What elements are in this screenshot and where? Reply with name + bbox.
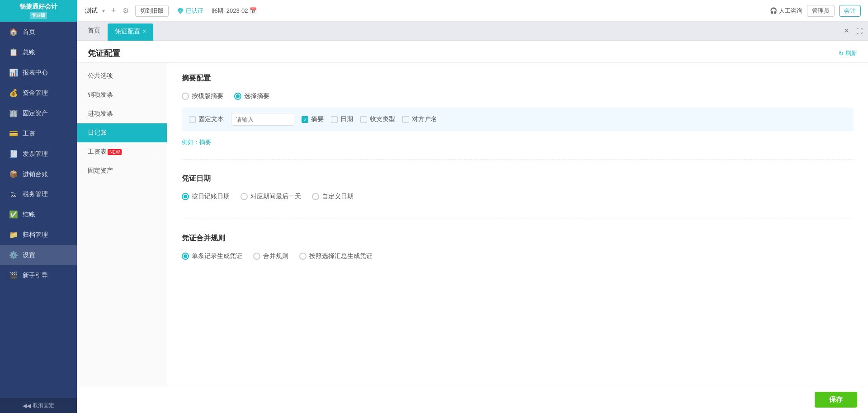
sidebar-item-archive[interactable]: 📁 归档管理 [0,225,77,245]
add-button[interactable]: + [111,6,116,15]
checkbox-box-counterpart [402,116,409,123]
radio-select-summary[interactable]: 选择摘要 [234,92,269,100]
radio-custom-date[interactable]: 自定义日期 [312,192,354,201]
menu-item-purchase-invoice[interactable]: 进项发票 [77,104,167,123]
tab-expand-button[interactable]: ⛶ [854,26,864,37]
checkbox-date[interactable]: 日期 [331,115,353,123]
checkbox-payment-type[interactable]: 收支类型 [360,115,395,123]
sidebar-item-invoice[interactable]: 🧾 发票管理 [0,144,77,164]
checkbox-box-summary: ✓ [302,116,308,123]
summary-radio-group: 按模版摘要 选择摘要 [182,92,854,100]
radio-circle-period-last [241,193,248,200]
summary-section: 摘要配置 按模版摘要 选择摘要 [182,74,854,160]
radio-journal-date[interactable]: 按日记账日期 [182,192,230,201]
certified-text: 已认证 [186,7,203,15]
radio-period-last-day[interactable]: 对应期间最后一天 [241,192,301,201]
purchase-sales-icon: 📦 [9,170,18,178]
admin-button[interactable]: 管理员 [807,5,835,17]
sidebar-item-label: 结账 [23,211,35,219]
save-button[interactable]: 保存 [815,392,857,408]
period: 账期 2023-02 📅 [212,7,257,15]
company-dropdown-icon[interactable]: ▾ [102,8,105,14]
sidebar-item-label: 首页 [23,28,35,36]
archive-icon: 📁 [9,230,18,239]
page-content: 凭证配置 ↻ 刷新 公共选项 销项发票 进项发票 [77,41,868,413]
page-body: 公共选项 销项发票 进项发票 日记账 工资表NEW ∨ [77,63,868,386]
radio-merge-rule[interactable]: 合并规则 [253,252,288,260]
sidebar-item-funds[interactable]: 💰 资金管理 [0,83,77,103]
sidebar-item-label: 工资 [23,130,35,138]
tab-voucher-config[interactable]: 凭证配置 × [108,23,153,41]
switch-old-button[interactable]: 切到旧版 [135,5,169,17]
sidebar-item-label: 发票管理 [23,150,48,158]
sidebar-item-purchase-sales[interactable]: 📦 进销台账 [0,164,77,184]
page-menu: 公共选项 销项发票 进项发票 日记账 工资表NEW ∨ [77,63,167,386]
page-header: 凭证配置 ↻ 刷新 [77,41,868,63]
radio-circle-custom-date [312,193,319,200]
new-badge: NEW [108,149,122,155]
sidebar-item-assets[interactable]: 🏢 固定资产 [0,103,77,123]
company-name: 测试 [85,7,98,15]
reports-icon: 📊 [9,68,18,77]
radio-circle-journal-date [182,193,189,200]
logo-sub: 专业版 [30,12,47,19]
close-books-icon: ✅ [9,210,18,219]
tab-home[interactable]: 首页 [80,22,108,41]
payroll-icon: 💳 [9,129,18,138]
ledger-icon: 📋 [9,48,18,56]
sidebar-item-reports[interactable]: 📊 报表中心 [0,62,77,83]
sidebar-item-label: 设置 [23,251,35,259]
cancel-fixed-button[interactable]: ◀◀ 取消固定 [0,398,77,413]
sidebar: 🏠 首页 📋 总账 📊 报表中心 💰 资金管理 🏢 固定资产 💳 工资 🧾 发票… [0,22,77,413]
checkbox-summary[interactable]: ✓ 摘要 [302,115,324,123]
summary-section-title: 摘要配置 [182,74,854,83]
sidebar-item-home[interactable]: 🏠 首页 [0,22,77,42]
menu-item-sales-invoice[interactable]: 销项发票 [77,85,167,104]
refresh-label: 刷新 [845,49,857,57]
example-text: 例如：摘要 [182,136,854,148]
chevron-right-icon: ∨ [153,150,156,155]
svg-text:✓: ✓ [179,9,182,13]
sidebar-item-ledger[interactable]: 📋 总账 [0,42,77,62]
menu-item-payroll-table[interactable]: 工资表NEW ∨ [77,142,167,161]
radio-circle-merge [253,253,260,260]
accountant-button[interactable]: 会计 [839,5,861,17]
voucher-date-section: 凭证日期 按日记账日期 对应期间最后一天 [182,174,854,219]
tab-close-button[interactable]: × [842,24,851,38]
merge-rule-title: 凭证合并规则 [182,234,854,243]
merge-rule-radio-group: 单条记录生成凭证 合并规则 按照选择汇总生成凭证 [182,252,854,260]
settings-gear-icon: ⚙️ [9,251,18,259]
tab-bar-actions: × ⛶ [842,24,864,38]
checkbox-counterpart-name[interactable]: 对方户名 [402,115,437,123]
menu-item-public[interactable]: 公共选项 [77,66,167,85]
logo: 畅捷通好会计 专业版 [0,0,77,22]
tab-bar: 首页 凭证配置 × × ⛶ [77,22,868,41]
shield-icon: ✓ [177,7,184,14]
certified-badge: ✓ 已认证 [177,7,203,15]
radio-single-voucher[interactable]: 单条记录生成凭证 [182,252,242,260]
cancel-fixed-label: 取消固定 [33,402,54,409]
menu-item-fixed-assets[interactable]: 固定资产 [77,161,167,180]
sidebar-item-settings[interactable]: ⚙️ 设置 [0,245,77,265]
sidebar-item-beginner[interactable]: 🎬 新手引导 [0,265,77,286]
refresh-icon: ↻ [839,50,844,57]
radio-circle-single [182,253,189,260]
tab-close-icon[interactable]: × [143,28,146,35]
sidebar-item-tax[interactable]: 🗂 税务管理 [0,184,77,204]
assets-icon: 🏢 [9,109,18,117]
settings-icon[interactable]: ⚙ [123,6,129,15]
sidebar-item-payroll[interactable]: 💳 工资 [0,123,77,144]
radio-aggregate-voucher[interactable]: 按照选择汇总生成凭证 [299,252,373,260]
sidebar-item-close[interactable]: ✅ 结账 [0,204,77,225]
funds-icon: 💰 [9,89,18,97]
radio-circle-select [234,93,241,100]
fixed-text-input[interactable] [231,113,294,126]
sidebar-item-label: 资金管理 [23,89,48,97]
beginner-icon: 🎬 [9,271,18,280]
consult-button[interactable]: 🎧 人工咨询 [770,7,802,15]
menu-item-journal[interactable]: 日记账 [77,123,167,142]
radio-template-summary[interactable]: 按模版摘要 [182,92,223,100]
refresh-button[interactable]: ↻ 刷新 [839,49,857,57]
home-icon: 🏠 [9,28,18,36]
checkbox-fixed-text[interactable]: 固定文本 [189,115,224,123]
